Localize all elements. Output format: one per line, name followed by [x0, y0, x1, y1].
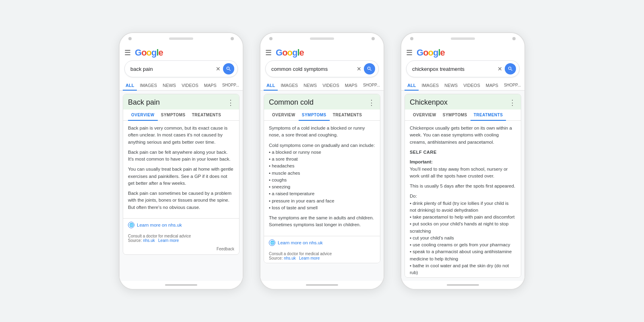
- sensor-dot: [372, 37, 375, 40]
- card-tabs: OVERVIEW SYMPTOMS TREATMENTS: [123, 109, 239, 121]
- google-logo: Google: [276, 47, 304, 58]
- google-logo: Google: [135, 47, 163, 58]
- phone-screen: ☰ Google back pain ✕ ALL IMAGES NEWS VID…: [120, 43, 243, 281]
- hamburger-icon[interactable]: ☰: [406, 48, 413, 57]
- home-bar: [447, 284, 479, 286]
- search-bar[interactable]: back pain ✕: [124, 60, 238, 77]
- learn-more-row[interactable]: 🌐 Learn more on nhs.uk: [264, 236, 380, 249]
- card-para-2: Back pain can be felt anywhere along you…: [128, 149, 234, 163]
- card-para-3: You can usually treat back pain at home …: [128, 166, 234, 187]
- card-para-5days: This is usually 5 days after the spots f…: [410, 183, 516, 190]
- nav-tab-videos[interactable]: VIDEOS: [460, 80, 483, 90]
- google-logo: Google: [417, 47, 445, 58]
- card-tab-treatments[interactable]: TREATMENTS: [189, 109, 225, 120]
- consult-text: Consult a doctor for medical advice: [128, 234, 234, 238]
- card-header: Chickenpox ⋮: [405, 94, 521, 109]
- phones-container: ☰ Google back pain ✕ ALL IMAGES NEWS VID…: [119, 32, 525, 290]
- card-tab-treatments[interactable]: TREATMENTS: [471, 109, 506, 120]
- card-footer: Consult a doctor for medical advice Sour…: [264, 249, 380, 263]
- search-button[interactable]: [364, 63, 375, 74]
- nav-tab-maps[interactable]: MAPS: [342, 80, 360, 90]
- nav-tab-maps[interactable]: MAPS: [483, 80, 501, 90]
- nav-tab-images[interactable]: IMAGES: [419, 80, 442, 90]
- card-tab-treatments[interactable]: TREATMENTS: [330, 109, 365, 120]
- phone-back-pain: ☰ Google back pain ✕ ALL IMAGES NEWS VID…: [119, 32, 244, 290]
- card-body: Chickenpox usually gets better on its ow…: [405, 121, 521, 278]
- card-para-1: Back pain is very common, but its exact …: [128, 125, 234, 146]
- card-menu-icon[interactable]: ⋮: [368, 98, 375, 107]
- hamburger-icon[interactable]: ☰: [265, 48, 272, 57]
- globe-icon: 🌐: [269, 239, 275, 246]
- nav-tab-shopping[interactable]: SHOPP...: [219, 80, 242, 90]
- clear-icon[interactable]: ✕: [497, 66, 502, 72]
- nav-tab-news[interactable]: NEWS: [442, 80, 460, 90]
- speaker-bar: [451, 37, 475, 40]
- card-tab-overview[interactable]: OVERVIEW: [269, 109, 299, 120]
- phone-top-bar: [120, 33, 243, 43]
- card-title: Chickenpox: [410, 98, 448, 107]
- nav-tab-images[interactable]: IMAGES: [137, 80, 160, 90]
- search-button[interactable]: [505, 63, 516, 74]
- nav-tabs: ALL IMAGES NEWS VIDEOS MAPS SHOPP...: [120, 80, 243, 91]
- card-footer: Consult a doctor for medical advice Sour…: [123, 231, 239, 245]
- card-tab-symptoms[interactable]: SYMPTOMS: [440, 109, 471, 120]
- learn-more-row[interactable]: 🌐 Learn more on nhs.uk: [123, 218, 239, 231]
- nav-tab-all[interactable]: ALL: [264, 80, 278, 90]
- search-button[interactable]: [223, 63, 234, 74]
- knowledge-card: Common cold ⋮ OVERVIEW SYMPTOMS TREATMEN…: [264, 94, 380, 263]
- source-link[interactable]: nhs.uk: [143, 238, 155, 243]
- card-title: Back pain: [128, 98, 160, 107]
- card-tab-overview[interactable]: OVERVIEW: [410, 109, 440, 120]
- card-para-important: Important:You'll need to stay away from …: [410, 159, 516, 180]
- phone-bottom-bar: [260, 281, 384, 289]
- search-bar[interactable]: common cold symptoms ✕: [265, 60, 379, 77]
- home-bar: [306, 284, 338, 286]
- google-header: ☰ Google: [120, 43, 243, 60]
- hamburger-icon[interactable]: ☰: [124, 48, 131, 57]
- card-para-self-care-header: SELF CARE: [410, 149, 516, 156]
- card-para-do: Do:• drink plenty of fluid (try ice loll…: [410, 193, 516, 276]
- nav-tab-all[interactable]: ALL: [405, 80, 419, 90]
- nav-tab-images[interactable]: IMAGES: [278, 80, 301, 90]
- clear-icon[interactable]: ✕: [216, 66, 221, 72]
- card-body: Back pain is very common, but its exact …: [123, 121, 239, 218]
- globe-icon: 🌐: [128, 222, 134, 228]
- search-query-text: chickenpox treatments: [412, 66, 497, 72]
- card-para-4: Back pain can sometimes be caused by a p…: [128, 190, 234, 211]
- card-tab-symptoms[interactable]: SYMPTOMS: [299, 109, 330, 120]
- phone-common-cold: ☰ Google common cold symptoms ✕ ALL IMAG…: [260, 32, 384, 290]
- sensor-dot: [231, 37, 234, 40]
- card-header: Common cold ⋮: [264, 94, 380, 109]
- feedback-text[interactable]: Feedback: [217, 247, 234, 251]
- source-row: Source: nhs.uk Learn more: [128, 238, 234, 243]
- card-para-1: Chickenpox usually gets better on its ow…: [410, 125, 516, 146]
- card-tab-overview[interactable]: OVERVIEW: [128, 109, 158, 120]
- camera-dot: [128, 37, 132, 40]
- nav-tab-news[interactable]: NEWS: [301, 80, 320, 90]
- card-tab-symptoms[interactable]: SYMPTOMS: [158, 109, 189, 120]
- nav-tab-maps[interactable]: MAPS: [201, 80, 219, 90]
- camera-dot: [269, 37, 272, 40]
- nav-tab-shopping[interactable]: SHOPP...: [501, 80, 524, 90]
- footer-learn-link[interactable]: Learn more: [299, 256, 320, 260]
- nav-tab-news[interactable]: NEWS: [160, 80, 179, 90]
- phone-screen: ☰ Google chickenpox treatments ✕ ALL IMA…: [401, 43, 524, 281]
- knowledge-card: Back pain ⋮ OVERVIEW SYMPTOMS TREATMENTS…: [123, 94, 239, 255]
- nav-tab-shopping[interactable]: SHOPP...: [360, 80, 383, 90]
- footer-learn-link[interactable]: Learn more: [158, 238, 179, 243]
- search-bar[interactable]: chickenpox treatments ✕: [406, 60, 520, 77]
- search-query-text: common cold symptoms: [271, 66, 357, 72]
- clear-icon[interactable]: ✕: [357, 66, 361, 72]
- card-menu-icon[interactable]: ⋮: [509, 98, 516, 107]
- speaker-bar: [310, 37, 334, 40]
- source-link[interactable]: nhs.uk: [284, 256, 295, 260]
- phone-bottom-bar: [120, 281, 243, 289]
- nav-tab-videos[interactable]: VIDEOS: [320, 80, 342, 90]
- content-area: Common cold ⋮ OVERVIEW SYMPTOMS TREATMEN…: [260, 91, 384, 281]
- nav-tab-all[interactable]: ALL: [123, 80, 137, 90]
- nav-tab-videos[interactable]: VIDEOS: [179, 80, 201, 90]
- card-menu-icon[interactable]: ⋮: [227, 98, 234, 107]
- home-bar: [165, 284, 197, 286]
- card-para-2: Cold symptoms come on gradually and can …: [269, 142, 375, 212]
- phone-top-bar: [401, 33, 524, 43]
